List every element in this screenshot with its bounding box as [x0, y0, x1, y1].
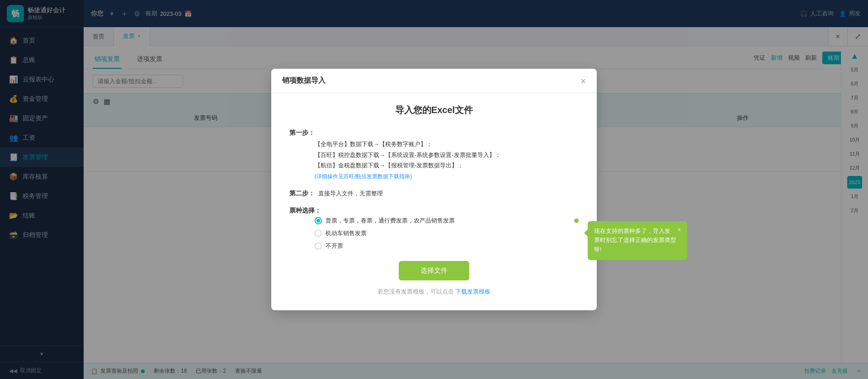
radio-option-0[interactable]: 普票，专票，卷票，通行费发票，农产品销售发票×现在支持的票种多了，导入发票时别忘…: [315, 217, 579, 225]
no-template: 若您没有发票模板，可以点击 下载发票模板: [289, 288, 579, 296]
radio-group: 普票，专票，卷票，通行费发票，农产品销售发票×现在支持的票种多了，导入发票时别忘…: [289, 217, 579, 250]
step1: 第一步： 【全电平台】数据下载→【税务数字账户】；【百旺】税控盘数据下载→【系统…: [289, 129, 579, 180]
step1-label: 第一步：: [289, 129, 315, 136]
radio-option-2[interactable]: 不开票: [315, 242, 579, 250]
step2-label: 第二步：: [289, 190, 315, 197]
select-file-btn[interactable]: 选择文件: [399, 261, 469, 280]
radio-circle-2[interactable]: [315, 242, 322, 250]
tooltip-close-btn[interactable]: ×: [677, 227, 681, 232]
step1-link[interactable]: (详细操作见百旺/航信发票数据下载指南): [289, 173, 579, 180]
radio-circle-0[interactable]: [315, 217, 322, 224]
step2-content: 直接导入文件，无需整理: [318, 190, 383, 197]
tooltip-balloon: ×现在支持的票种多了，导入发票时别忘了选择正确的发票类型呀!: [588, 221, 687, 260]
modal-header: 销项数据导入 ×: [271, 69, 597, 93]
modal-title: 销项数据导入: [282, 76, 326, 85]
tooltip-dot: [574, 218, 579, 223]
step1-content: 【全电平台】数据下载→【税务数字账户】；【百旺】税控盘数据下载→【系统设置-系统…: [289, 139, 579, 171]
radio-option-1[interactable]: 机动车销售发票: [315, 229, 579, 237]
modal-overlay: 销项数据导入 × 导入您的Excel文件 第一步： 【全电平台】数据下载→【税务…: [0, 0, 868, 379]
download-guide-link[interactable]: (详细操作见百旺/航信发票数据下载指南): [315, 173, 412, 180]
modal-body: 导入您的Excel文件 第一步： 【全电平台】数据下载→【税务数字账户】；【百旺…: [271, 93, 597, 310]
ticket-selection: 票种选择： 普票，专票，卷票，通行费发票，农产品销售发票×现在支持的票种多了，导…: [289, 207, 579, 250]
modal-close-btn[interactable]: ×: [580, 76, 586, 85]
step2: 第二步： 直接导入文件，无需整理: [289, 190, 579, 198]
download-template-link[interactable]: 下载发票模板: [455, 288, 491, 295]
radio-circle-1[interactable]: [315, 230, 322, 237]
ticket-label: 票种选择：: [289, 207, 321, 214]
import-modal: 销项数据导入 × 导入您的Excel文件 第一步： 【全电平台】数据下载→【税务…: [271, 69, 597, 310]
modal-main-title: 导入您的Excel文件: [289, 104, 579, 116]
